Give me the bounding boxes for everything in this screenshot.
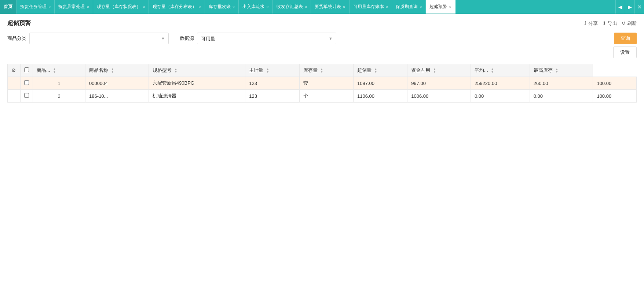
header-actions: ⤴ 分享 ⬇ 导出 ↺ 刷新: [584, 20, 637, 27]
col-header-product-code[interactable]: 商品... ▲ ▼: [33, 64, 85, 77]
sort-icon-stock: ▲ ▼: [320, 68, 323, 74]
table-row: 2 186-10... 机油滤清器 123 个 1106.00 1006.00 …: [8, 90, 637, 103]
col-label-overstock: 超储量: [357, 67, 372, 73]
col-label-avg: 平均...: [475, 67, 488, 73]
row-checkbox-cell-1[interactable]: [21, 90, 33, 103]
close-icon-task[interactable]: ×: [48, 5, 51, 9]
nav-item-receive-send[interactable]: 收发存汇总表 ×: [273, 0, 311, 14]
close-icon-inout[interactable]: ×: [266, 5, 268, 9]
col-header-checkbox[interactable]: [21, 64, 33, 77]
nav-label-receive-send: 收发存汇总表: [277, 4, 303, 10]
nav-item-inout-flow[interactable]: 出入库流水 ×: [239, 0, 272, 14]
close-icon-quality[interactable]: ×: [420, 5, 422, 9]
nav-item-home[interactable]: 首页: [0, 0, 17, 14]
nav-arrows-container: ◀ ▶ ✕: [615, 0, 644, 14]
sort-icon-avg: ▲ ▼: [491, 68, 494, 74]
row-avg-1: 0.00: [530, 90, 593, 103]
row-unit-1: 个: [299, 90, 353, 103]
nav-item-order-stats[interactable]: 要货单统计表 ×: [311, 0, 349, 14]
col-label-product-code: 商品...: [37, 67, 50, 73]
datasource-label: 数据源: [180, 35, 194, 42]
nav-label-inventory-status: 现存量（库存状况表）: [97, 4, 141, 10]
nav-label-inout: 出入库流水: [242, 4, 264, 10]
nav-label-inventory-dist: 现存量（库存分布表）: [153, 4, 197, 10]
query-button[interactable]: 查询: [614, 33, 637, 44]
row-capital-1: 0.00: [471, 90, 530, 103]
datasource-select[interactable]: 可用量 库存量: [197, 33, 336, 44]
nav-label-batch: 库存批次账: [209, 4, 231, 10]
close-icon-inventory-status[interactable]: ×: [143, 5, 145, 9]
nav-label-exception: 拣货异常处理: [58, 4, 85, 10]
sort-icon-spec: ▲ ▼: [174, 68, 177, 74]
nav-arrow-left[interactable]: ◀: [615, 0, 625, 14]
nav-item-batch[interactable]: 库存批次账 ×: [205, 0, 239, 14]
sort-icon-max-stock: ▲ ▼: [555, 68, 558, 74]
refresh-button[interactable]: ↺ 刷新: [622, 20, 637, 27]
row-checkbox-cell-0[interactable]: [21, 77, 33, 90]
close-icon-exception[interactable]: ×: [87, 5, 89, 9]
nav-item-inventory-status[interactable]: 现存量（库存状况表） ×: [93, 0, 149, 14]
nav-item-inventory-dist[interactable]: 现存量（库存分布表） ×: [149, 0, 205, 14]
row-spec-0: 123: [245, 77, 299, 90]
col-header-overstock[interactable]: 超储量 ▲ ▼: [353, 64, 407, 77]
row-product-code-1: 186-10...: [85, 90, 149, 103]
select-all-checkbox[interactable]: [24, 67, 29, 72]
close-icon-inventory-dist[interactable]: ×: [198, 5, 201, 9]
close-icon-available-inv[interactable]: ×: [386, 5, 388, 9]
nav-item-task-mgmt[interactable]: 拣货任务管理 ×: [17, 0, 55, 14]
nav-item-quality-check[interactable]: 保质期查询 ×: [392, 0, 426, 14]
row-stock-1: 1106.00: [353, 90, 407, 103]
row-settings-1: [8, 90, 21, 103]
nav-arrow-close[interactable]: ✕: [634, 0, 644, 14]
sort-icon-unit: ▲ ▼: [266, 68, 269, 74]
col-header-settings[interactable]: ⚙: [8, 64, 21, 77]
category-label: 商品分类: [7, 35, 26, 42]
close-icon-receive-send[interactable]: ×: [305, 5, 307, 9]
col-header-capital[interactable]: 资金占用 ▲ ▼: [407, 64, 471, 77]
col-header-stock[interactable]: 库存量 ▲ ▼: [299, 64, 353, 77]
row-capital-0: 259220.00: [471, 77, 530, 90]
nav-item-available-inv[interactable]: 可用量库存账本 ×: [350, 0, 392, 14]
nav-label-task: 拣货任务管理: [20, 4, 47, 10]
row-max-stock-1: 100.00: [593, 90, 637, 103]
col-label-capital: 资金占用: [411, 67, 430, 73]
col-header-product-name[interactable]: 商品名称 ▲ ▼: [85, 64, 149, 77]
close-icon-overstock[interactable]: ×: [449, 5, 451, 9]
col-header-spec[interactable]: 规格型号 ▲ ▼: [149, 64, 245, 77]
col-header-max-stock[interactable]: 最高库存 ▲ ▼: [530, 64, 593, 77]
table-gear-icon[interactable]: ⚙: [11, 67, 16, 73]
row-overstock-1: 1006.00: [407, 90, 471, 103]
filter-group-category: 商品分类 ▼: [7, 33, 169, 44]
export-label: 导出: [608, 20, 617, 27]
close-icon-batch[interactable]: ×: [233, 5, 235, 9]
page-content: 超储预警 ⤴ 分享 ⬇ 导出 ↺ 刷新 商品分类: [0, 14, 644, 108]
row-product-code-0: 0000004: [85, 77, 149, 90]
row-spec-1: 123: [245, 90, 299, 103]
col-header-unit[interactable]: 主计量 ▲ ▼: [245, 64, 299, 77]
share-button[interactable]: ⤴ 分享: [584, 20, 598, 27]
category-select[interactable]: [29, 33, 169, 44]
filter-group-datasource: 数据源 可用量 库存量 ▼: [180, 33, 336, 44]
table-body: 1 0000004 六配套新昌490BPG 123 套 1097.00 997.…: [8, 77, 637, 103]
close-icon-order-stats[interactable]: ×: [343, 5, 345, 9]
row-avg-0: 260.00: [530, 77, 593, 90]
data-table: ⚙ 商品... ▲ ▼ 商品名称 ▲ ▼: [7, 64, 637, 103]
sort-icon-overstock: ▲ ▼: [374, 68, 377, 74]
col-header-avg[interactable]: 平均... ▲ ▼: [471, 64, 530, 77]
row-num-0: 1: [33, 77, 85, 90]
filter-row: 商品分类 ▼ 数据源 可用量 库存量 ▼: [7, 33, 606, 44]
settings-button[interactable]: 设置: [613, 47, 637, 58]
nav-label-order-stats: 要货单统计表: [315, 4, 341, 10]
col-label-spec: 规格型号: [153, 67, 172, 73]
datasource-select-wrapper: 可用量 库存量 ▼: [197, 33, 336, 44]
nav-arrow-right[interactable]: ▶: [625, 0, 634, 14]
nav-item-overstock[interactable]: 超储预警 ×: [426, 0, 455, 14]
nav-item-exception[interactable]: 拣货异常处理 ×: [55, 0, 93, 14]
sort-icon-product-code: ▲ ▼: [53, 68, 56, 74]
row-product-name-0: 六配套新昌490BPG: [149, 77, 245, 90]
row-checkbox-0[interactable]: [24, 80, 29, 85]
table-row: 1 0000004 六配套新昌490BPG 123 套 1097.00 997.…: [8, 77, 637, 90]
export-button[interactable]: ⬇ 导出: [602, 20, 617, 27]
export-icon: ⬇: [602, 21, 606, 26]
row-checkbox-1[interactable]: [24, 93, 29, 98]
